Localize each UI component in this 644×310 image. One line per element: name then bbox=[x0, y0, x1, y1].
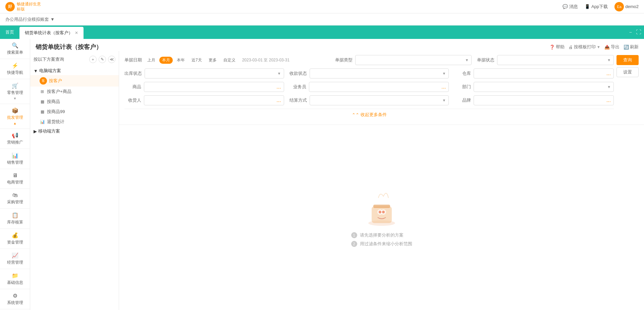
retail-arrow-icon: ▼ bbox=[13, 97, 17, 100]
tab-home[interactable]: 首页 bbox=[0, 25, 19, 39]
template-print-btn[interactable]: 🖨 按模板打印 ▼ bbox=[569, 44, 600, 50]
order-type-arrow-icon: ▼ bbox=[465, 58, 469, 62]
collect-status-select[interactable]: ▼ bbox=[310, 68, 449, 79]
out-status-label: 出库状态 bbox=[124, 70, 142, 76]
filter-rows-wrapper: 单据日期 上月 本月 本年 近7天 更多 自定义 2023-03-01 至 20… bbox=[124, 55, 639, 120]
date-label: 单据日期 bbox=[124, 57, 142, 63]
receiver-label: 收货人 bbox=[124, 97, 141, 103]
dept-select[interactable]: ▼ bbox=[474, 82, 614, 92]
date-btn-this-year[interactable]: 本年 bbox=[174, 57, 187, 64]
download-icon: 📱 bbox=[585, 4, 590, 9]
wholesale-icon: 📦 bbox=[12, 107, 18, 114]
top-bar-left: 好 畅捷通好生意 标版 bbox=[5, 2, 41, 11]
add-scheme-btn[interactable]: ＋ bbox=[89, 56, 97, 63]
message-btn[interactable]: 💬 消息 bbox=[562, 4, 578, 10]
chart-icon: 📊 bbox=[40, 119, 45, 124]
sidebar-item-basic-info[interactable]: 📁 基础信息 bbox=[0, 269, 30, 289]
sidebar-item-system[interactable]: ⚙ 系统管理 bbox=[0, 289, 30, 309]
date-btn-this-month[interactable]: 本月 bbox=[159, 57, 173, 64]
filter-rows: 单据日期 上月 本月 本年 近7天 更多 自定义 2023-03-01 至 20… bbox=[124, 55, 614, 120]
filter-area: 单据日期 上月 本月 本年 近7天 更多 自定义 2023-03-01 至 20… bbox=[119, 51, 644, 125]
tab-bar-right: － ⛶ bbox=[628, 25, 644, 39]
sales-icon: 📊 bbox=[12, 152, 18, 159]
out-status-select[interactable]: ▼ bbox=[145, 68, 284, 79]
scheme-by-customer-goods[interactable]: ⊞ 按客户+商品 bbox=[30, 87, 119, 97]
receiver-select[interactable]: ... bbox=[144, 95, 284, 105]
sidebar-item-ecommerce[interactable]: 🖥 电商管理 bbox=[0, 169, 30, 189]
tree-group-mobile[interactable]: ▶ 移动端方案 bbox=[30, 127, 119, 136]
help-btn[interactable]: ❓ 帮助 bbox=[549, 44, 565, 50]
staff-dots-icon[interactable]: ... bbox=[441, 84, 446, 90]
goods-dots-icon[interactable]: ... bbox=[276, 84, 281, 90]
minimize-icon[interactable]: － bbox=[628, 29, 633, 36]
maximize-icon[interactable]: ⛶ bbox=[636, 29, 641, 35]
sidebar-item-inventory[interactable]: 📋 库存核算 bbox=[0, 209, 30, 229]
settings-btn[interactable]: 设置 bbox=[616, 67, 639, 77]
message-icon: 💬 bbox=[562, 4, 568, 9]
filter-goods: 商品 ... bbox=[124, 82, 284, 92]
page-title: 销货单统计表（按客户） bbox=[36, 43, 102, 51]
receiver-dots-icon[interactable]: ... bbox=[276, 97, 281, 103]
scheme-by-customer[interactable]: 客 按客户 bbox=[30, 75, 119, 87]
scheme-returns[interactable]: 📊 退货统计 bbox=[30, 117, 119, 127]
sidebar-item-wholesale[interactable]: 📦 批发管理 ▲ bbox=[0, 104, 30, 129]
export-btn[interactable]: 📤 导出 bbox=[604, 44, 620, 50]
date-btn-last-month[interactable]: 上月 bbox=[145, 57, 158, 64]
tab-sales-stats[interactable]: 销货单统计表（按客户） ✕ bbox=[19, 27, 84, 39]
operations-icon: 📈 bbox=[12, 252, 18, 259]
warehouse-select[interactable]: ... bbox=[474, 68, 614, 79]
sidebar-item-retail[interactable]: 🛒 零售管理 ▼ bbox=[0, 79, 30, 104]
top-bar: 好 畅捷通好生意 标版 💬 消息 📱 App下载 Ea demo2 bbox=[0, 0, 644, 13]
sidebar-item-search[interactable]: 🔍 搜索菜单 bbox=[0, 39, 30, 59]
filter-receiver: 收货人 ... bbox=[124, 95, 284, 105]
empty-state: 1 请先选择要分析的方案 2 用过滤条件来缩小分析范围 bbox=[119, 125, 644, 310]
warehouse-dots-icon[interactable]: ... bbox=[606, 70, 611, 76]
date-btn-7days[interactable]: 近7天 bbox=[189, 57, 205, 64]
scheme-by-goods-99[interactable]: ▦ 按商品99 bbox=[30, 107, 119, 117]
filter-warehouse: 仓库 ... bbox=[454, 68, 614, 79]
filter-out-status: 出库状态 ▼ bbox=[124, 68, 284, 79]
order-type-select[interactable]: ▼ bbox=[355, 55, 472, 65]
collapse-filter-btn[interactable]: ⌃⌃ 收起更多条件 bbox=[350, 110, 389, 120]
empty-hint-1: 1 请先选择要分析的方案 bbox=[351, 232, 412, 238]
collapse-panel-btn[interactable]: ≪ bbox=[108, 56, 115, 63]
sidebar-item-marketing[interactable]: 📢 营销推广 bbox=[0, 129, 30, 149]
staff-select[interactable]: ... bbox=[309, 82, 449, 92]
filter-row-4: 收货人 ... 结算方式 bbox=[124, 95, 614, 105]
filter-collect-status: 收款状态 ▼ bbox=[289, 68, 449, 79]
refresh-btn[interactable]: 🔄 刷新 bbox=[624, 44, 639, 50]
user-info[interactable]: Ea demo2 bbox=[614, 2, 639, 11]
settle-select[interactable]: ▼ bbox=[310, 95, 449, 105]
app-selector[interactable]: 办公用品行业模拟账套 ▼ bbox=[5, 16, 55, 22]
app-download-btn[interactable]: 📱 App下载 bbox=[585, 4, 608, 10]
sidebar-item-purchase[interactable]: 🛍 采购管理 bbox=[0, 189, 30, 209]
dept-label: 部门 bbox=[454, 84, 471, 90]
top-bar-right: 💬 消息 📱 App下载 Ea demo2 bbox=[562, 2, 639, 11]
order-status-select[interactable]: ▼ bbox=[497, 55, 614, 65]
main-area: 🔍 搜索菜单 ⚡ 快捷导航 🛒 零售管理 ▼ 📦 批发管理 ▲ 📢 营销推广 📊… bbox=[0, 39, 644, 310]
tab-close-icon[interactable]: ✕ bbox=[75, 31, 78, 35]
date-btn-custom[interactable]: 自定义 bbox=[221, 57, 238, 64]
query-btn[interactable]: 查询 bbox=[616, 55, 639, 65]
sidebar-item-operations[interactable]: 📈 经营管理 bbox=[0, 249, 30, 269]
ecommerce-icon: 🖥 bbox=[12, 172, 18, 178]
goods-select[interactable]: ... bbox=[144, 82, 284, 92]
sidebar-item-quick-nav[interactable]: ⚡ 快捷导航 bbox=[0, 59, 30, 79]
dept-arrow-icon: ▼ bbox=[607, 85, 611, 89]
sidebar-item-finance[interactable]: 💰 资金管理 bbox=[0, 229, 30, 249]
avatar: Ea bbox=[614, 2, 624, 11]
wholesale-arrow-icon: ▲ bbox=[13, 121, 17, 125]
brand-select[interactable]: ... bbox=[474, 95, 614, 105]
scheme-by-goods[interactable]: ▦ 按商品 bbox=[30, 97, 119, 107]
sidebar: 🔍 搜索菜单 ⚡ 快捷导航 🛒 零售管理 ▼ 📦 批发管理 ▲ 📢 营销推广 📊… bbox=[0, 39, 30, 310]
edit-scheme-btn[interactable]: ✎ bbox=[99, 56, 106, 63]
tree-group-pc[interactable]: ▼ 电脑端方案 bbox=[30, 66, 119, 75]
left-panel-tools: ＋ ✎ ≪ bbox=[89, 56, 115, 63]
goods-label: 商品 bbox=[124, 84, 141, 90]
finance-icon: 💰 bbox=[12, 232, 18, 239]
hint-number-1: 1 bbox=[351, 232, 357, 238]
sidebar-item-sales[interactable]: 📊 销售管理 bbox=[0, 149, 30, 169]
date-filter-control[interactable]: 上月 本月 本年 近7天 更多 自定义 2023-03-01 至 2023-03… bbox=[145, 57, 289, 64]
date-btn-more[interactable]: 更多 bbox=[206, 57, 219, 64]
brand-dots-icon[interactable]: ... bbox=[606, 97, 611, 103]
